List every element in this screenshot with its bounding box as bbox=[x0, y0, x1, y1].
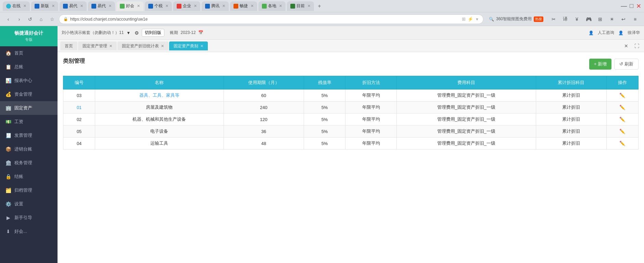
forward-button[interactable]: › bbox=[15, 15, 23, 23]
address-box[interactable]: 🔒 https://cloud.chanjet.com/accounting/u… bbox=[59, 14, 483, 24]
cell-action[interactable]: ✏️ bbox=[606, 89, 638, 101]
browser-tab-5[interactable]: 好会 ✕ bbox=[116, 1, 143, 11]
sidebar-item-settings[interactable]: ⚙️ 设置 bbox=[0, 197, 58, 211]
browser-toolbar-icons: ✂ 译 ¥ 🎮 ⊞ ☀ ↩ ≡ bbox=[549, 15, 640, 23]
browser-tab-10[interactable]: 各地 ✕ bbox=[258, 1, 286, 11]
sidebar-item-payroll[interactable]: 💵 工资 bbox=[0, 115, 58, 129]
tab-asset-category[interactable]: 固定资产类别 ✕ bbox=[169, 41, 208, 50]
undo-icon[interactable]: ↩ bbox=[619, 15, 628, 23]
cell-action[interactable]: ✏️ bbox=[606, 138, 638, 150]
table-row: 05 电子设备 36 5% 年限平均 管理费用_固定资产折旧_一级 累计折旧 ✏… bbox=[63, 125, 639, 138]
tab-close-asset-category[interactable]: ✕ bbox=[200, 44, 203, 48]
tab-close-3[interactable]: ✕ bbox=[80, 4, 83, 8]
dropdown-icon[interactable]: ▼ bbox=[126, 31, 130, 35]
search-area[interactable]: 🔍 360智能抠图免费用 热搜 bbox=[489, 16, 543, 22]
edit-icon[interactable]: ✏️ bbox=[619, 93, 625, 98]
sidebar-item-closing[interactable]: 🔒 结账 bbox=[0, 170, 58, 183]
more-icon: ⬇ bbox=[5, 229, 11, 234]
sidebar-item-fixed-assets[interactable]: 🏢 固定资产 bbox=[0, 101, 58, 115]
sidebar-item-funds[interactable]: 💰 资金管理 bbox=[0, 87, 58, 101]
edit-icon[interactable]: ✏️ bbox=[619, 105, 625, 110]
browser-tab-6[interactable]: 个税 ✕ bbox=[145, 1, 172, 11]
cell-depreciation: 累计折旧 bbox=[536, 89, 606, 101]
edit-icon[interactable]: ✏️ bbox=[619, 117, 625, 122]
settings-gear-icon[interactable]: ⚙ bbox=[135, 30, 139, 36]
scissors-icon[interactable]: ✂ bbox=[549, 15, 558, 23]
grid-icon[interactable]: ⊞ bbox=[595, 15, 605, 23]
tab-close-depreciation-stats[interactable]: ✕ bbox=[161, 44, 164, 48]
home-button[interactable]: ⌂ bbox=[37, 15, 45, 23]
cell-expense: 管理费用_固定资产折旧_一级 bbox=[396, 89, 536, 101]
window-close-button[interactable]: ✕ bbox=[622, 43, 630, 49]
sidebar-item-invoice[interactable]: 🧾 发票管理 bbox=[0, 129, 58, 142]
game-icon[interactable]: 🎮 bbox=[584, 15, 593, 23]
tab-home[interactable]: 首页 bbox=[60, 41, 77, 50]
maximize-button[interactable]: □ bbox=[630, 2, 633, 10]
tab-close-5[interactable]: ✕ bbox=[137, 4, 140, 8]
tab-depreciation-stats[interactable]: 固定资产折旧统计表 ✕ bbox=[117, 41, 168, 50]
browser-tab-7[interactable]: 企业 ✕ bbox=[173, 1, 200, 11]
browser-tab-11[interactable]: 目前 ✕ bbox=[287, 1, 314, 11]
translate-icon[interactable]: 译 bbox=[560, 15, 570, 23]
bookmark-button[interactable]: ☆ bbox=[48, 15, 56, 23]
tab-fixed-asset-mgmt[interactable]: 固定资产管理 ✕ bbox=[78, 41, 117, 50]
back-button[interactable]: ‹ bbox=[4, 15, 12, 23]
sidebar-item-archive[interactable]: 🗂️ 归档管理 bbox=[0, 183, 58, 197]
sidebar-item-ledger[interactable]: 📋 总账 bbox=[0, 60, 58, 74]
cell-expense: 管理费用_固定资产折旧_一级 bbox=[396, 125, 536, 138]
sidebar-item-home[interactable]: 🏠 首页 bbox=[0, 46, 58, 60]
browser-tab-8[interactable]: 腾讯 ✕ bbox=[202, 1, 229, 11]
wallet-icon[interactable]: ¥ bbox=[572, 15, 582, 23]
minimize-button[interactable]: — bbox=[621, 2, 627, 10]
sidebar-item-inventory[interactable]: 📦 进销台账 bbox=[0, 142, 58, 156]
cell-name: 房屋及建筑物 bbox=[95, 101, 224, 113]
edit-icon[interactable]: ✏️ bbox=[619, 141, 625, 146]
browser-actions: — □ ✕ bbox=[621, 2, 641, 10]
switch-view-button[interactable]: 切到旧版 bbox=[142, 29, 164, 37]
new-tab-button[interactable]: + bbox=[315, 2, 324, 10]
add-button[interactable]: + 新增 bbox=[589, 59, 611, 70]
sidebar-item-more[interactable]: ⬇ 好会... bbox=[0, 225, 58, 238]
tab-close-1[interactable]: ✕ bbox=[23, 4, 26, 8]
cell-action[interactable]: ✏️ bbox=[606, 113, 638, 125]
browser-tab-3[interactable]: 易代 ✕ bbox=[60, 1, 87, 11]
cell-method: 年限平均 bbox=[345, 125, 397, 138]
tab-close-2[interactable]: ✕ bbox=[52, 4, 55, 8]
tab-close-8[interactable]: ✕ bbox=[222, 4, 225, 8]
cell-depreciation: 累计折旧 bbox=[536, 101, 606, 113]
refresh-button[interactable]: ↺ 刷新 bbox=[614, 59, 639, 70]
chevron-down-icon: ▼ bbox=[475, 17, 479, 21]
sidebar-item-tax[interactable]: 🏛️ 税务管理 bbox=[0, 156, 58, 170]
tab-close-7[interactable]: ✕ bbox=[194, 4, 197, 8]
tab-close-11[interactable]: ✕ bbox=[307, 4, 311, 8]
window-expand-button[interactable]: ⛶ bbox=[632, 43, 641, 49]
cell-residual: 5% bbox=[304, 138, 345, 150]
browser-tab-1[interactable]: 在线 ✕ bbox=[3, 1, 30, 11]
tab-close-fixed-asset-mgmt[interactable]: ✕ bbox=[109, 44, 112, 48]
refresh-icon: ↺ bbox=[619, 61, 623, 67]
tab-close-4[interactable]: ✕ bbox=[109, 4, 112, 8]
cell-action[interactable]: ✏️ bbox=[606, 101, 638, 113]
tab-close-10[interactable]: ✕ bbox=[279, 4, 282, 8]
menu-icon[interactable]: ≡ bbox=[630, 15, 640, 23]
browser-chrome: 在线 ✕ 新版 ✕ 易代 ✕ 易代 ✕ 好会 ✕ 个税 ✕ 企业 ✕ 腾讯 ✕ … bbox=[0, 0, 644, 12]
close-button[interactable]: ✕ bbox=[636, 2, 641, 10]
brightness-icon[interactable]: ☀ bbox=[607, 15, 617, 23]
reload-button[interactable]: ↺ bbox=[26, 15, 34, 23]
reports-icon: 📊 bbox=[5, 78, 11, 83]
tab-close-9[interactable]: ✕ bbox=[251, 4, 254, 8]
edit-icon[interactable]: ✏️ bbox=[619, 129, 625, 134]
col-header-name: 名称 bbox=[95, 76, 224, 89]
tab-close-6[interactable]: ✕ bbox=[165, 4, 168, 8]
sidebar-item-reports[interactable]: 📊 报表中心 bbox=[0, 74, 58, 87]
browser-tab-4[interactable]: 易代 ✕ bbox=[88, 1, 115, 11]
browser-tab-2[interactable]: 新版 ✕ bbox=[31, 1, 58, 11]
browser-tab-9[interactable]: 畅捷 ✕ bbox=[230, 1, 257, 11]
settings-icon: ⚙️ bbox=[5, 201, 11, 207]
table-row: 02 机器、机械和其他生产设备 120 5% 年限平均 管理费用_固定资产折旧_… bbox=[63, 113, 639, 125]
sidebar-item-guide[interactable]: ▶ 新手引导 bbox=[0, 211, 58, 225]
row-name-link[interactable]: 器具、工具、家具等 bbox=[139, 93, 179, 98]
cell-action[interactable]: ✏️ bbox=[606, 125, 638, 138]
cell-depreciation: 累计折旧 bbox=[536, 125, 606, 138]
calendar-icon[interactable]: 📅 bbox=[198, 30, 203, 35]
